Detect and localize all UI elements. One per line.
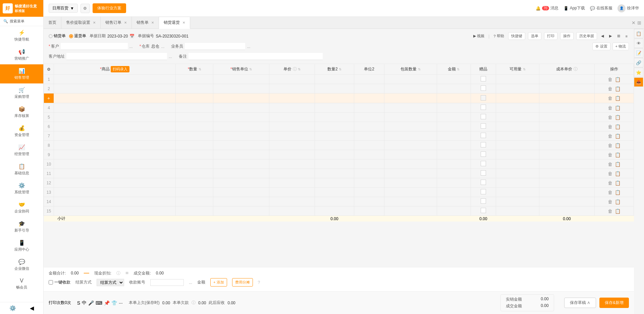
tab-sales-return[interactable]: 销货退货 ✕ — [159, 17, 190, 29]
close-sales-delivery-tab[interactable]: ✕ — [151, 21, 154, 24]
gift-checkbox-7[interactable] — [481, 133, 486, 138]
delete-row-15[interactable]: 🗑 — [607, 208, 613, 214]
sidebar-item-marketing[interactable]: 📢 营销推广 — [0, 45, 43, 64]
gift-checkbox-6[interactable] — [481, 123, 486, 129]
unit-price-sort-icon[interactable]: ⇅ — [298, 67, 301, 71]
warehouse-dots[interactable]: ... — [161, 44, 164, 49]
gift-checkbox-14[interactable] — [481, 198, 486, 204]
close-sales-order-tab[interactable]: ✕ — [124, 21, 127, 24]
qty2-sort-icon[interactable]: ⇅ — [339, 67, 341, 71]
copy-row-3[interactable]: 📋 — [614, 96, 621, 101]
gift-checkbox-9[interactable] — [481, 151, 486, 157]
video-btn[interactable]: ▶ 视频 — [472, 33, 486, 39]
unit-price-info-icon[interactable]: ⓘ — [293, 67, 297, 71]
close-price-setting-tab[interactable]: ✕ — [93, 21, 96, 24]
category-select[interactable]: 日用百货 ▼ — [49, 4, 78, 13]
online-service-btn[interactable]: 💬 在线客服 — [590, 5, 612, 11]
notification-btn[interactable]: 🔔 70 消息 — [536, 5, 558, 11]
copy-row-6[interactable]: 📋 — [614, 124, 621, 129]
cost-price-info-icon[interactable]: ⓘ — [574, 67, 578, 71]
gift-checkbox-10[interactable] — [481, 161, 486, 166]
account-dots[interactable]: ... — [189, 280, 192, 285]
delete-row-12[interactable]: 🗑 — [607, 180, 613, 186]
copy-row-15[interactable]: 📋 — [614, 208, 621, 214]
app-download-btn[interactable]: 📱 App下载 — [564, 5, 585, 11]
copy-row-12[interactable]: 📋 — [614, 180, 621, 186]
address-input[interactable] — [66, 53, 167, 60]
sidebar-item-inventory[interactable]: 📦 库存核算 — [0, 103, 43, 122]
sales-unit-sort-icon[interactable]: ⇅ — [249, 67, 252, 71]
operation-btn[interactable]: 操作 — [560, 32, 574, 40]
topbar-settings[interactable]: ⚙ — [80, 4, 90, 13]
radio-return[interactable]: 退货单 — [69, 33, 86, 39]
rt-btn-1[interactable]: 📋 — [634, 29, 643, 38]
next-btn[interactable]: ▶ — [608, 33, 613, 39]
rt-btn-5[interactable]: ⭐ — [634, 68, 643, 77]
user-profile[interactable]: 👤 徐泽华 — [618, 4, 639, 12]
customer-dots[interactable]: ... — [129, 44, 133, 49]
close-all-icon[interactable]: ✕ — [632, 20, 636, 25]
gift-checkbox-15[interactable] — [481, 208, 486, 213]
save-draft-btn[interactable]: 保存草稿 ∧ — [564, 298, 596, 308]
delete-row-14[interactable]: 🗑 — [607, 199, 613, 204]
sidebar-item-search[interactable]: 🔍 搜索菜单 — [0, 17, 43, 26]
address-dots[interactable]: ... — [169, 54, 172, 59]
rt-btn-4[interactable]: 🔗 — [634, 58, 643, 67]
one-key-pay-checkbox[interactable] — [49, 280, 53, 285]
account-input[interactable] — [150, 279, 184, 286]
rt-btn-6[interactable]: 📤 — [634, 77, 643, 87]
delete-row-10[interactable]: 🗑 — [607, 162, 613, 167]
copy-row-1[interactable]: 📋 — [614, 77, 621, 82]
staff-input[interactable] — [185, 43, 245, 50]
shortcut-btn[interactable]: 快捷键 — [508, 32, 525, 40]
th-settings[interactable]: ⚙ — [44, 64, 54, 75]
remark-input[interactable] — [189, 53, 323, 60]
close-sales-return-tab[interactable]: ✕ — [182, 21, 185, 24]
copy-row-8[interactable]: 📋 — [614, 143, 621, 148]
delete-row-8[interactable]: 🗑 — [607, 143, 613, 148]
sidebar-item-member[interactable]: V 畅会员 — [0, 274, 43, 293]
delete-row-5[interactable]: 🗑 — [607, 115, 613, 120]
sidebar-item-basic[interactable]: 📋 基础信息 — [0, 160, 43, 179]
customer-input[interactable] — [61, 43, 128, 50]
sidebar-item-finance[interactable]: 💰 资金管理 — [0, 122, 43, 141]
expand-tabs-icon[interactable]: ⊞ — [637, 20, 641, 25]
gift-checkbox-8[interactable] — [481, 142, 486, 147]
copy-row-11[interactable]: 📋 — [614, 171, 621, 176]
sidebar-item-guide[interactable]: 🎓 新手引导 — [0, 217, 43, 236]
sidebar-item-apps[interactable]: 📱 应用中心 — [0, 236, 43, 255]
copy-row-5[interactable]: 📋 — [614, 115, 621, 120]
gift-checkbox-4[interactable] — [481, 105, 486, 110]
radio-delivery[interactable]: 销货单 — [49, 33, 66, 39]
available-sort-icon[interactable]: ⇅ — [523, 67, 526, 71]
list-view-icon[interactable]: ≡ — [624, 34, 629, 39]
delete-row-3[interactable]: 🗑 — [607, 96, 613, 101]
staff-dots[interactable]: ... — [247, 44, 250, 49]
pack-qty-sort-icon[interactable]: ⇅ — [418, 67, 421, 71]
sidebar-item-system[interactable]: ⚙️ 系统管理 — [0, 179, 43, 198]
product-input-3[interactable] — [55, 96, 174, 101]
help-btn[interactable]: ? 帮助 — [492, 33, 505, 39]
copy-row-13[interactable]: 📋 — [614, 190, 621, 195]
calendar-icon[interactable]: 📅 — [129, 34, 135, 39]
gift-checkbox-12[interactable] — [481, 180, 486, 185]
gift-checkbox-3[interactable] — [481, 95, 486, 101]
logistics-btn[interactable]: + 物流 — [612, 43, 629, 50]
fee-split-btn[interactable]: 费用分摊 — [232, 278, 253, 287]
delete-row-2[interactable]: 🗑 — [607, 86, 613, 91]
delete-row-13[interactable]: 🗑 — [607, 190, 613, 195]
rt-btn-2[interactable]: 👁 — [634, 39, 643, 48]
amount-sort-icon[interactable]: ⇅ — [457, 67, 460, 71]
add-row-btn[interactable]: + — [45, 95, 52, 102]
gift-checkbox-2[interactable] — [481, 85, 486, 91]
copy-row-9[interactable]: 📋 — [614, 152, 621, 158]
settings-form-btn[interactable]: ⚙ 设置 — [592, 43, 610, 50]
sidebar-item-purchase[interactable]: 🛒 采购管理 — [0, 83, 43, 103]
fee-help-icon[interactable]: ? — [258, 280, 260, 285]
sidebar-item-operations[interactable]: 📈 经营管理 — [0, 141, 43, 160]
rt-btn-3[interactable]: 📝 — [634, 48, 643, 58]
delete-row-4[interactable]: 🗑 — [607, 105, 613, 111]
tab-home[interactable]: 首页 — [44, 17, 61, 28]
scan-input-btn[interactable]: 扫码录入 — [111, 66, 129, 72]
delete-row-9[interactable]: 🗑 — [607, 152, 613, 158]
